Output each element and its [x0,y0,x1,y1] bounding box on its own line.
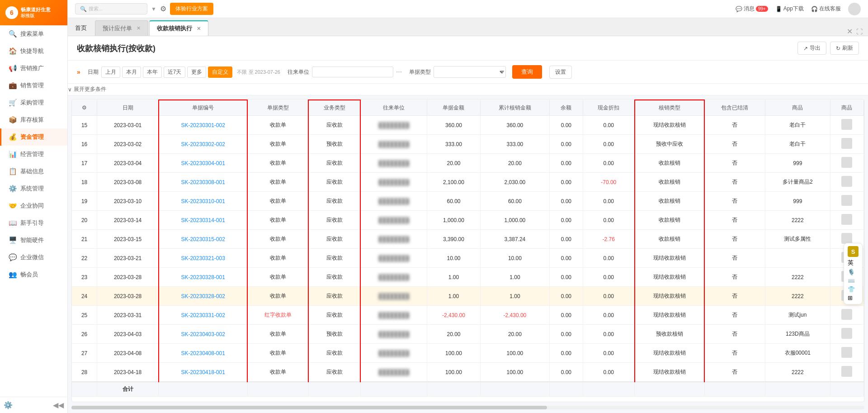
bill-link-0[interactable]: SK-20230301-002 [181,122,225,128]
sidebar-item-operations[interactable]: 📊经营管理 [0,146,67,163]
sidebar-item-search[interactable]: 🔍搜索菜单 [0,25,67,43]
tab-close-receipt[interactable]: ✕ [197,26,201,32]
export-button[interactable]: ↗ 导出 [797,42,826,55]
sidebar-item-basic[interactable]: 📋基础信息 [0,163,67,180]
sidebar-label-system: 系统管理 [20,185,44,193]
maximize-icon[interactable]: ⛶ [856,28,863,35]
sidebar-item-system[interactable]: ⚙️系统管理 [0,180,67,197]
counterparty-input[interactable] [312,66,393,77]
cell-r11-c12: 123D商品 [765,325,830,344]
keyboard-icon[interactable]: ⌨️ [848,277,859,284]
tab-home[interactable]: 首页 [68,20,94,36]
gear-icon[interactable]: ⚙ [160,5,166,13]
tab-bar-actions: ✕ ⛶ [847,27,868,36]
sidebar-item-purchase[interactable]: 🛒采购管理 [0,94,67,111]
blurred-text: ████████ [378,217,409,223]
bill-link-7[interactable]: SK-20230321-003 [181,255,225,261]
bill-link-9[interactable]: SK-20230328-002 [181,293,225,299]
cell-r1-c2[interactable]: SK-20230302-002 [159,135,247,154]
filter-setting-button[interactable]: 设置 [549,66,572,79]
sidebar-item-marketing[interactable]: 📢营销推广 [0,60,67,77]
bill-link-10[interactable]: SK-20230331-002 [181,312,225,318]
sidebar-item-hardware[interactable]: 🖥️智能硬件 [0,232,67,249]
bill-link-4[interactable]: SK-20230310-001 [181,198,225,204]
online-support-button[interactable]: 🎧 在线客服 [811,5,841,13]
app-download-button[interactable]: 📱 App下载 [775,5,804,13]
sidebar: 6 畅康道好生意 标推版 🔍搜索菜单🏠快捷导航📢营销推广💼销售管理🛒采购管理📦库… [0,0,68,413]
microphone-icon[interactable]: 🎙️ [848,269,859,275]
cell-r10-c2[interactable]: SK-20230331-002 [159,306,247,325]
cell-r9-c11: 否 [704,287,765,306]
cell-r12-c2[interactable]: SK-20230408-001 [159,344,247,363]
cell-r6-c7: 3,387.24 [480,230,549,249]
bill-link-3[interactable]: SK-20230308-001 [181,179,225,185]
cell-r7-c10: 现结收款核销 [635,249,705,268]
sidebar-item-finance[interactable]: 💰资金管理 [0,128,67,146]
filter-bar: » 日期 上月本月本年近7天更多自定义 不限 至 2023-07-26 往来单位… [68,61,868,84]
voucher-type-select[interactable]: 收款单 红字收款单 [434,66,506,78]
sidebar-item-inventory[interactable]: 📦库存核算 [0,111,67,128]
date-btn-近7天[interactable]: 近7天 [164,66,186,78]
message-button[interactable]: 💬 消息 99+ [736,5,768,13]
tab-prepay[interactable]: 预计应付单✕ [95,20,148,36]
close-tab-icon[interactable]: ✕ [847,27,853,36]
cell-r7-c7: 10.00 [480,249,549,268]
cell-r5-c2[interactable]: SK-20230314-001 [159,211,247,230]
sidebar-item-guide[interactable]: 📖新手引导 [0,214,67,232]
filter-toggle-button[interactable]: » [77,68,80,76]
user-avatar[interactable] [848,3,861,15]
date-btn-custom[interactable]: 自定义 [208,66,232,78]
date-btn-本年[interactable]: 本年 [143,66,162,78]
cell-r11-c2[interactable]: SK-20230403-002 [159,325,247,344]
industry-button[interactable]: 体验行业方案 [170,3,213,15]
grid-icon[interactable]: ⊞ [848,294,859,301]
bill-link-12[interactable]: SK-20230408-001 [181,350,225,356]
sidebar-item-collab[interactable]: 🤝企业协同 [0,197,67,214]
date-btn-本月[interactable]: 本月 [122,66,141,78]
tab-close-prepay[interactable]: ✕ [137,25,141,31]
scrollbar-thumb[interactable] [71,406,547,409]
counterparty-more-icon[interactable]: ··· [396,68,402,76]
cell-r8-c2[interactable]: SK-20230328-001 [159,268,247,287]
refresh-button[interactable]: ↻ 刷新 [830,42,859,55]
cell-r13-c2[interactable]: SK-20230418-001 [159,363,247,382]
bill-link-11[interactable]: SK-20230403-002 [181,331,225,337]
cell-r0-c2[interactable]: SK-20230301-002 [159,116,247,135]
expand-more-button[interactable]: ∨ 展开更多条件 [68,85,868,93]
sidebar-item-shortcut[interactable]: 🏠快捷导航 [0,43,67,60]
bill-link-8[interactable]: SK-20230328-001 [181,274,225,280]
sidebar-item-sales[interactable]: 💼销售管理 [0,77,67,94]
cell-r3-c12: 多计量商品2 [765,173,830,192]
bill-link-1[interactable]: SK-20230302-002 [181,141,225,147]
cell-r9-c2[interactable]: SK-20230328-002 [159,287,247,306]
bill-link-5[interactable]: SK-20230314-001 [181,217,225,223]
page-title: 收款核销执行(按收款) [77,43,156,59]
cell-r7-c2[interactable]: SK-20230321-003 [159,249,247,268]
product-thumbnail-12 [841,347,852,358]
date-btn-上月[interactable]: 上月 [101,66,120,78]
footer-cell-1: 合计 [97,382,159,397]
cell-r6-c2[interactable]: SK-20230315-002 [159,230,247,249]
col-header-3: 单据类型 [247,100,308,116]
cell-r4-c2[interactable]: SK-20230310-001 [159,192,247,211]
top-search-box[interactable]: 🔍 搜索... [75,3,147,14]
cell-r1-c3: 收款单 [247,135,308,154]
clothes-icon[interactable]: 👕 [848,286,859,293]
sidebar-item-wechat[interactable]: 💬企业微信 [0,249,67,266]
settings-col-icon[interactable]: ⚙ [82,104,87,111]
bill-link-13[interactable]: SK-20230418-001 [181,369,225,375]
tab-receipt[interactable]: 收款核销执行✕ [149,20,208,36]
bill-link-2[interactable]: SK-20230304-001 [181,160,225,166]
sidebar-item-member[interactable]: 👥畅会员 [0,266,67,283]
cell-r6-c1: 2023-03-15 [97,230,159,249]
query-button[interactable]: 查询 [512,65,542,79]
horizontal-scrollbar[interactable] [71,406,864,409]
date-btn-更多[interactable]: 更多 [187,66,206,78]
english-icon[interactable]: 英 [848,259,859,267]
settings-icon[interactable]: ⚙️ [4,401,13,409]
cell-r0-c8: 0.00 [549,116,583,135]
collapse-icon[interactable]: ◀◀ [53,401,64,409]
cell-r3-c2[interactable]: SK-20230308-001 [159,173,247,192]
cell-r2-c2[interactable]: SK-20230304-001 [159,154,247,173]
bill-link-6[interactable]: SK-20230315-002 [181,236,225,242]
